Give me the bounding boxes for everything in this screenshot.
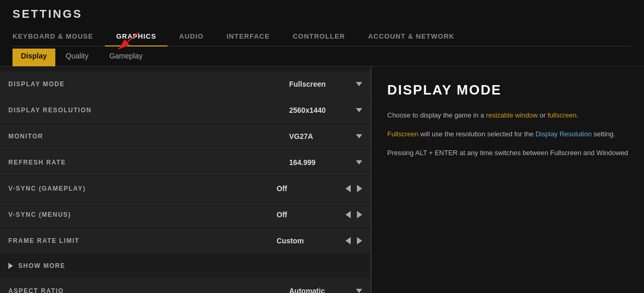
nav-keyboard-mouse[interactable]: KEYBOARD & MOUSE (13, 27, 105, 46)
show-more-icon (8, 263, 13, 269)
nav-graphics[interactable]: GRAPHICS (105, 27, 168, 46)
vsync-menus-control[interactable]: Off (226, 210, 362, 219)
monitor-label: MONITOR (8, 133, 226, 140)
frame-rate-limit-arrow-left[interactable] (345, 237, 351, 244)
setting-vsync-gameplay[interactable]: V-SYNC (GAMEPLAY) Off (0, 176, 371, 201)
aspect-ratio-control[interactable]: Automatic (226, 287, 362, 294)
display-mode-value: Fullscreen (289, 80, 352, 88)
display-resolution-label: DISPLAY RESOLUTION (8, 107, 226, 114)
display-resolution-value: 2560x1440 (289, 106, 352, 114)
display-mode-control[interactable]: Fullscreen (226, 80, 362, 88)
info-link-fullscreen-2: Fullscreen (387, 130, 419, 138)
setting-vsync-menus[interactable]: V-SYNC (MENUS) Off (0, 202, 371, 227)
nav-audio[interactable]: AUDIO (168, 27, 215, 46)
refresh-rate-label: REFRESH RATE (8, 159, 226, 166)
aspect-ratio-dropdown-arrow[interactable] (356, 289, 362, 293)
show-more-label: SHOW MORE (18, 262, 65, 269)
subnav-gameplay[interactable]: Gameplay (99, 46, 153, 66)
info-paragraph-3: Pressing ALT + ENTER at any time switche… (387, 147, 628, 159)
monitor-control[interactable]: VG27A (226, 132, 362, 140)
vsync-gameplay-value: Off (277, 184, 339, 193)
monitor-value: VG27A (289, 132, 352, 140)
vsync-menus-value: Off (277, 210, 339, 219)
display-resolution-dropdown-arrow[interactable] (356, 108, 362, 112)
monitor-dropdown-arrow[interactable] (356, 134, 362, 138)
refresh-rate-value: 164.999 (289, 158, 352, 167)
sub-navigation: Display Quality Gameplay (0, 46, 644, 66)
frame-rate-limit-control[interactable]: Custom (226, 237, 362, 245)
setting-frame-rate-limit[interactable]: FRAME RATE LIMIT Custom (0, 228, 371, 253)
setting-display-resolution[interactable]: DISPLAY RESOLUTION 2560x1440 (0, 98, 371, 123)
nav-interface[interactable]: INTERFACE (215, 27, 281, 46)
aspect-ratio-value: Automatic (289, 287, 352, 294)
info-paragraph-2: Fullscreen will use the resolution selec… (387, 128, 628, 140)
nav-account-network[interactable]: ACCOUNT & NETWORK (356, 27, 466, 46)
aspect-ratio-label: ASPECT RATIO (8, 287, 226, 294)
info-panel: DISPLAY MODE Choose to display the game … (372, 66, 644, 293)
subnav-quality[interactable]: Quality (55, 46, 99, 66)
vsync-gameplay-arrow-right[interactable] (357, 185, 362, 192)
refresh-rate-dropdown-arrow[interactable] (356, 160, 362, 165)
vsync-gameplay-control[interactable]: Off (226, 184, 362, 193)
vsync-gameplay-label: V-SYNC (GAMEPLAY) (8, 185, 226, 192)
display-mode-label: DISPLAY MODE (8, 80, 226, 88)
setting-refresh-rate[interactable]: REFRESH RATE 164.999 (0, 150, 371, 175)
frame-rate-limit-label: FRAME RATE LIMIT (8, 237, 226, 244)
setting-aspect-ratio[interactable]: ASPECT RATIO Automatic (0, 278, 371, 293)
settings-page: SETTINGS KEYBOARD & MOUSE GRAPHICS AUDIO… (0, 0, 644, 293)
info-link-resizable-window: resizable window (486, 111, 538, 119)
vsync-gameplay-arrow-left[interactable] (345, 185, 351, 192)
info-link-display-resolution: Display Resolution (535, 130, 592, 138)
main-navigation: KEYBOARD & MOUSE GRAPHICS AUDIO INTERFAC… (13, 27, 631, 46)
header: SETTINGS KEYBOARD & MOUSE GRAPHICS AUDIO… (0, 0, 644, 46)
vsync-menus-label: V-SYNC (MENUS) (8, 211, 226, 218)
content-area: DISPLAY MODE Fullscreen DISPLAY RESOLUTI… (0, 66, 644, 293)
display-resolution-control[interactable]: 2560x1440 (226, 106, 362, 114)
frame-rate-limit-arrow-right[interactable] (357, 237, 362, 244)
info-link-fullscreen-1: fullscreen (547, 111, 577, 119)
vsync-menus-arrow-left[interactable] (345, 211, 351, 218)
setting-display-mode[interactable]: DISPLAY MODE Fullscreen (0, 72, 371, 97)
show-more-row[interactable]: SHOW MORE (0, 254, 371, 277)
subnav-display[interactable]: Display (13, 49, 55, 66)
settings-panel: DISPLAY MODE Fullscreen DISPLAY RESOLUTI… (0, 66, 371, 293)
info-title: DISPLAY MODE (387, 82, 628, 98)
page-title: SETTINGS (13, 7, 631, 21)
refresh-rate-control[interactable]: 164.999 (226, 158, 362, 167)
nav-controller[interactable]: CONTROLLER (281, 27, 356, 46)
display-mode-dropdown-arrow[interactable] (356, 82, 362, 86)
info-paragraph-1: Choose to display the game in a resizabl… (387, 110, 628, 121)
setting-monitor[interactable]: MONITOR VG27A (0, 124, 371, 149)
vsync-menus-arrow-right[interactable] (357, 211, 362, 218)
frame-rate-limit-value: Custom (277, 237, 339, 245)
